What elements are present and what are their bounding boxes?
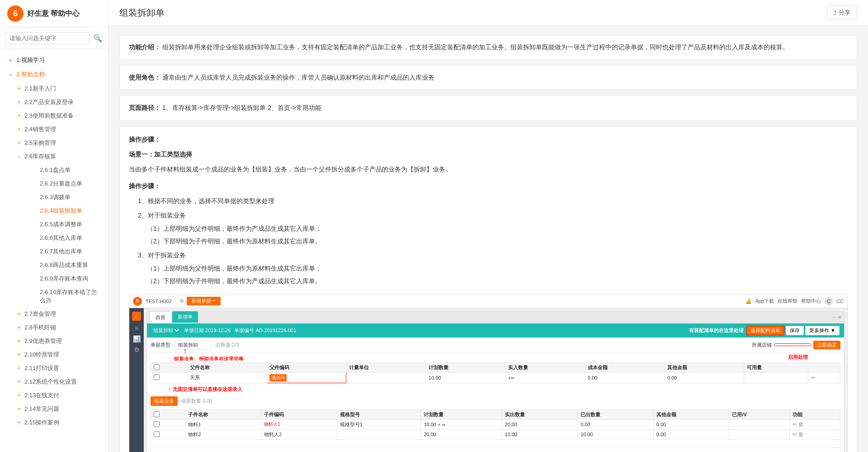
- plus-icon-finance: +: [16, 311, 22, 317]
- ss-brow2-plan: 20.00: [421, 429, 502, 439]
- ss-save-btn[interactable]: 保存: [786, 326, 804, 335]
- logo-icon: 6: [7, 5, 24, 22]
- sidebar-item-video[interactable]: + 1.视频学习: [0, 53, 108, 67]
- plus-icon-video: +: [7, 57, 14, 63]
- sidebar-item-cost-recalc[interactable]: 2.6.8商品成本重算: [24, 258, 108, 272]
- sidebar-item-adjust[interactable]: 2.6.3调拨单: [24, 190, 108, 204]
- ss-tab-new[interactable]: 新增单: [172, 311, 198, 323]
- sidebar-item-data[interactable]: + 2.3使用前数据准备: [0, 109, 108, 123]
- operations-section: 操作步骤： 场景一：加工类型选择 当由多个子件材料组装成一个成品的业务为【组装】…: [119, 126, 857, 452]
- role-block: 使用角色： 通常由生产人员或库管人员完成拆装业务的操作，库管人员确认原材料的出库…: [119, 65, 857, 90]
- sidebar-item-mobile[interactable]: + 2.8手机旺铺: [0, 321, 108, 334]
- ss-bth-actual-qty: 实出数量: [502, 409, 578, 419]
- sidebar-item-newbie[interactable]: + 2.1新手入门: [0, 82, 108, 95]
- ss-check-all[interactable]: [154, 364, 160, 370]
- ss-header-right: 有装配清单的在这里处理 选择配料清单 保存 更多操作 ▼: [689, 326, 840, 335]
- ss-bottom-row-2: 物料2 物料人2 20.00 10.00 10.00 0.00: [151, 429, 840, 439]
- ss-row1-code: 成品问: [267, 372, 346, 383]
- sidebar-item-stock-error[interactable]: 2.6.10库存账本错了怎么办: [24, 285, 108, 307]
- ss-brow1-edit-icon[interactable]: ✏: [793, 421, 797, 428]
- sidebar-label-newbie: 2.1新手入门: [24, 85, 56, 93]
- sidebar-label-docs: 2.帮助文档: [16, 71, 45, 79]
- sidebar-item-online-pay[interactable]: + 2.13在线支付: [0, 389, 108, 402]
- ss-th-op: [808, 362, 840, 372]
- ss-brow1-checkbox[interactable]: [154, 421, 160, 427]
- path-block: 页面路径： 1、库存核算->库存管理->组装拆卸单 2、首页->常用功能: [119, 95, 857, 120]
- search-area: 🔍: [0, 28, 108, 49]
- ss-top-user: CC: [836, 299, 844, 304]
- ss-sidebar-icon-list: ≡: [135, 324, 138, 332]
- sidebar-item-install[interactable]: + 2.2产品安装及登录: [0, 95, 108, 109]
- sidebar-label-video: 1.视频学习: [16, 56, 45, 64]
- sidebar-item-inventory[interactable]: − 2.6库存核算: [0, 150, 108, 163]
- ss-left-sidebar: ⌂ ≡ 📊 ⚙: [129, 308, 144, 452]
- scene1-desc: 当由多个子件材料组装成一个成品的业务为【组装】业务，当由一个父件拆分成多个子产品…: [129, 164, 848, 175]
- step1: 1、根据不同的业务，选择不同单据的类型来处理: [129, 195, 848, 207]
- ss-type-select[interactable]: 组装拆卸: [151, 327, 180, 333]
- sidebar-item-cases[interactable]: + 2.15操作案例: [0, 416, 108, 429]
- ss-action-btns: 选择配料清单 保存 更多操作 ▼: [746, 326, 840, 335]
- ss-close-icon[interactable]: ×: [838, 314, 841, 321]
- sidebar-item-coupon[interactable]: + 2.9优惠券管理: [0, 334, 108, 348]
- ss-brow2-checkbox[interactable]: [154, 431, 160, 437]
- ss-brow2-spec: [337, 429, 421, 439]
- search-button[interactable]: 🔍: [92, 33, 103, 43]
- ss-header-left: 组装拆卸 单据日期 2019-12-26 单据编号 AD-20191226-00…: [151, 327, 296, 334]
- ss-brow2-check: [151, 429, 185, 439]
- ss-more-btn[interactable]: 更多操作 ▼: [805, 326, 840, 335]
- ss-date-label: 单据日期 2019-12-26: [184, 327, 231, 334]
- sidebar-item-operation[interactable]: + 2.10经营管理: [0, 348, 108, 362]
- ss-select-bom-btn[interactable]: 选择配料清单: [746, 326, 784, 335]
- ss-row1-checkbox[interactable]: [154, 374, 160, 380]
- ops-heading: 操作步骤：: [129, 134, 848, 145]
- ss-bth-check-all[interactable]: [154, 411, 160, 417]
- ss-field-type[interactable]: 组装拆卸: [175, 340, 211, 350]
- ss-brow1-del-icon[interactable]: 🗑: [798, 421, 804, 428]
- sidebar-item-sales[interactable]: + 2.4销售管理: [0, 123, 108, 136]
- ss-system-id: TEST-H002: [146, 299, 171, 304]
- ss-top-table-header: 父件名称 父件编码 计量单位 计划数量 实入数量 成本金额 其他金额 可用量: [151, 362, 840, 372]
- ss-row1-avail: [744, 372, 808, 383]
- plus-icon-online-pay: +: [16, 393, 22, 398]
- ss-new-bill-btn[interactable]: 新增单据一: [187, 297, 221, 305]
- sidebar-item-cost-adjust[interactable]: 2.6.5成本调整单: [24, 218, 108, 231]
- ss-confirm-btn[interactable]: 立案确定: [813, 341, 840, 349]
- share-label: 分享: [839, 9, 850, 17]
- step2: 2、对于组装业务: [129, 210, 848, 221]
- sidebar-label-adjust: 2.6.3调拨单: [40, 193, 71, 201]
- ss-brow2-edit-icon[interactable]: ✏: [793, 431, 797, 438]
- sidebar-item-other-in[interactable]: 2.6.6其他入库单: [24, 231, 108, 245]
- ss-field-wh[interactable]: [774, 343, 811, 346]
- sidebar-item-stocktake[interactable]: 2.6.1盘点单: [24, 163, 108, 177]
- sidebar-item-faq[interactable]: + 2.14常见问题: [0, 402, 108, 416]
- ss-row1-plan: 10.00: [426, 372, 505, 383]
- ss-brow1-issued: 0.00: [578, 419, 654, 429]
- ss-th-avail: 可用量: [744, 362, 808, 372]
- search-input[interactable]: [5, 32, 90, 44]
- sidebar-item-docs[interactable]: − 2.帮助文档: [0, 67, 108, 82]
- sidebar-item-stock-query[interactable]: 2.6.9库存账本查询: [24, 272, 108, 285]
- ss-bottom-row-4: [151, 447, 840, 452]
- share-button[interactable]: ⤴ 分享: [827, 5, 857, 20]
- ss-row1-edit-icon[interactable]: ✏: [811, 375, 816, 381]
- ss-brow1-spec: 规格型号1: [337, 419, 421, 429]
- ss-minimize-icon[interactable]: −: [832, 314, 836, 321]
- sidebar-item-purchase[interactable]: + 2.5采购管理: [0, 136, 108, 150]
- ss-th-check: [151, 362, 187, 372]
- sidebar-item-other-out[interactable]: 2.6.7其他出库单: [24, 245, 108, 258]
- ss-right-form: 所属店铺 立案确定: [752, 341, 840, 349]
- ss-brow1-name: 物料1: [185, 419, 261, 429]
- ss-field-label-qty: 总数量 2/3: [216, 342, 239, 348]
- sidebar-item-print[interactable]: + 2.11打印设置: [0, 362, 108, 375]
- plus-icon-sales: +: [16, 127, 22, 132]
- sidebar-item-split-stocktake[interactable]: 2.6.2分量盘点单: [24, 177, 108, 190]
- ss-teal-header: 组装拆卸 单据日期 2019-12-26 单据编号 AD-20191226-00…: [147, 324, 844, 338]
- sidebar-item-finance[interactable]: + 2.7资金管理: [0, 307, 108, 321]
- ss-bottom-table: 子件名称 子件编码 规格型号 计划数量 实出数量 已出数量 其他金额 已用/V: [151, 409, 840, 452]
- ss-tab-home[interactable]: 自首: [150, 311, 171, 323]
- intro-block: 功能介绍： 组装拆卸单用来处理企业组装或拆卸等加工业务，支持有固定装配清单的产品…: [119, 35, 857, 60]
- sidebar-item-customize[interactable]: + 2.12系统个性化设置: [0, 375, 108, 389]
- ss-brow2-del-icon[interactable]: 🗑: [798, 431, 804, 438]
- step3: 3、对于拆装业务: [129, 250, 848, 261]
- sidebar-item-assemble[interactable]: 2.6.4组装拆卸单: [24, 204, 108, 218]
